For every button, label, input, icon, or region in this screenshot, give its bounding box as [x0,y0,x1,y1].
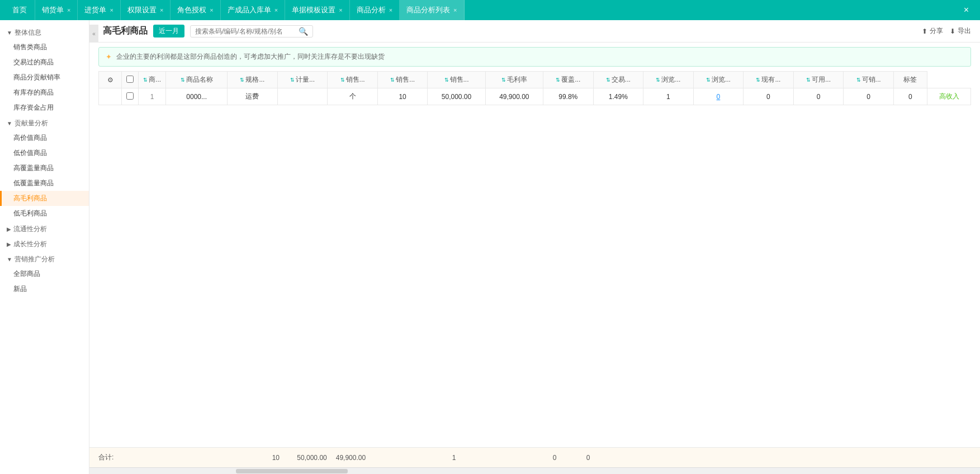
content-header: 高毛利商品 近一月 🔍 ⬆ 分享 ⬇ 导出 [89,20,980,43]
sidebar-item-low-coverage[interactable]: 低覆盖量商品 [0,176,89,191]
sidebar-item-traded-goods[interactable]: 交易过的商品 [0,55,89,70]
col-trade[interactable]: ⇅交易... [593,72,643,88]
nav-analysis-list[interactable]: 商品分析列表 × [400,0,464,20]
col-unit[interactable]: ⇅计量... [277,72,328,88]
row-browse1[interactable]: 0 [693,88,744,105]
search-icon[interactable]: 🔍 [299,27,308,36]
sidebar-group-growth[interactable]: ▶ 成长性分析 [0,236,89,251]
col-browse1[interactable]: ⇅浏览... [643,72,694,88]
col-sales-amt[interactable]: ⇅销售... [377,72,428,88]
col-settings[interactable]: ⚙ [99,72,122,88]
arrow-marketing: ▼ [7,256,12,262]
select-all-checkbox[interactable] [126,76,134,83]
close-analysis-list-tab[interactable]: × [453,7,457,13]
col-margin-rate[interactable]: ⇅毛利率 [485,72,543,88]
footer-cell-empty3 [192,454,225,462]
period-button[interactable]: 近一月 [153,25,184,37]
footer-sales-cost: 49,900.00 [332,454,370,462]
footer-cell-empty1 [125,454,158,462]
nav-analysis[interactable]: 商品分析 × [350,0,400,20]
col-code[interactable]: ⇅商... [139,72,166,88]
sidebar-item-low-value[interactable]: 低价值商品 [0,146,89,161]
footer-available: 0 [571,454,605,462]
col-available[interactable]: ⇅可用... [793,72,844,88]
footer-empty-coverage [404,454,437,462]
export-icon: ⬇ [950,27,955,35]
sidebar-group-overall[interactable]: ▼ 整体信息 [0,25,89,40]
nav-purchase[interactable]: 进货单 × [78,0,120,20]
row-margin-rate: 99.8% [543,88,594,105]
nav-home[interactable]: 首页 [4,0,35,20]
close-permission-tab[interactable]: × [160,7,163,13]
sidebar-item-high-coverage[interactable]: 高覆盖量商品 [0,161,89,176]
sidebar-group-growth-label: 成长性分析 [13,240,47,249]
share-icon: ⬆ [922,27,927,35]
search-input[interactable] [195,27,299,35]
sidebar-group-liquidity[interactable]: ▶ 流通性分析 [0,221,89,236]
top-navigation: 首页 销货单 × 进货单 × 权限设置 × 角色授权 × 产成品入库单 × 单据… [0,0,980,20]
sidebar-item-stock-goods[interactable]: 有库存的商品 [0,85,89,100]
col-current-stock[interactable]: ⇅现有... [744,72,794,88]
share-button[interactable]: ⬆ 分享 [922,26,943,36]
footer-bar: 合计: 10 50,000.00 49,900.00 1 0 0 [89,447,980,467]
close-purchase-tab[interactable]: × [110,7,113,13]
col-saleable[interactable]: ⇅可销... [844,72,894,88]
row-sales-amt: 50,000.00 [428,88,485,105]
close-product-tab[interactable]: × [274,7,278,13]
sidebar-group-liquidity-label: 流通性分析 [13,224,47,234]
sidebar-group-marketing[interactable]: ▼ 营销推广分析 [0,251,89,266]
sidebar-group-marketing-label: 营销推广分析 [15,255,55,264]
sort-code: ⇅ [143,77,148,83]
row-unit: 个 [328,88,378,105]
bottom-scrollbar[interactable] [89,467,980,474]
sidebar-item-contribution[interactable]: 商品分贡献销率 [0,70,89,85]
nav-role[interactable]: 角色授权 × [171,0,220,20]
col-spec[interactable]: ⇅规格... [228,72,278,88]
row-tag: 高收入 [927,88,971,105]
row-checkbox[interactable] [122,88,139,105]
close-sales-tab[interactable]: × [67,7,70,13]
table-header-row: ⚙ ⇅商... ⇅商品名称 ⇅规格... ⇅计量... ⇅销售... ⇅销售..… [99,72,971,88]
export-button[interactable]: ⬇ 导出 [950,26,971,36]
row-saleable: 0 [893,88,927,105]
sidebar-item-sales-goods[interactable]: 销售类商品 [0,40,89,55]
close-role-tab[interactable]: × [210,7,213,13]
col-sales-qty[interactable]: ⇅销售... [328,72,378,88]
table-body: 1 0000... 运费 个 10 50,000.00 49,900.00 99… [99,88,971,105]
sidebar-group-overall-label: 整体信息 [15,28,41,37]
nav-sales[interactable]: 销货单 × [35,0,78,20]
footer-empty-browse2 [504,454,538,462]
sidebar-item-all-goods[interactable]: 全部商品 [0,266,89,281]
close-template-tab[interactable]: × [339,7,342,13]
header-actions: ⬆ 分享 ⬇ 导出 [922,26,971,36]
sidebar-item-high-margin[interactable]: 高毛利商品 [0,191,89,206]
sidebar-group-contribution[interactable]: ▼ 贡献量分析 [0,115,89,130]
sidebar-toggle-button[interactable]: « [89,25,98,43]
col-sales-cost[interactable]: ⇅销售... [428,72,485,88]
page-title: 高毛利商品 [103,25,148,37]
row-sales-qty: 10 [377,88,428,105]
col-tag[interactable]: 标签 [893,72,927,88]
nav-product[interactable]: 产成品入库单 × [221,0,285,20]
nav-template[interactable]: 单据模板设置 × [285,0,349,20]
row-spec [277,88,328,105]
main-layout: ▼ 整体信息 销售类商品 交易过的商品 商品分贡献销率 有库存的商品 库存资金占… [0,20,980,474]
table-row: 1 0000... 运费 个 10 50,000.00 49,900.00 99… [99,88,971,105]
scroll-thumb[interactable] [236,469,348,473]
footer-empty-saleable [605,454,638,462]
sidebar-item-stock-capital[interactable]: 库存资金占用 [0,100,89,115]
close-analysis-tab[interactable]: × [389,7,392,13]
sidebar-item-high-value[interactable]: 高价值商品 [0,130,89,146]
col-checkbox[interactable] [122,72,139,88]
col-browse2[interactable]: ⇅浏览... [693,72,744,88]
sidebar-item-new-goods[interactable]: 新品 [0,281,89,297]
col-coverage[interactable]: ⇅覆盖... [543,72,594,88]
footer-cell-empty2 [158,454,192,462]
close-all-button[interactable]: × [957,5,976,15]
sidebar-item-low-margin[interactable]: 低毛利商品 [0,206,89,221]
table-wrapper: ⚙ ⇅商... ⇅商品名称 ⇅规格... ⇅计量... ⇅销售... ⇅销售..… [89,71,980,447]
nav-home-label: 首页 [12,5,27,15]
row-code: 0000... [166,88,228,105]
nav-permission[interactable]: 权限设置 × [121,0,171,20]
col-name[interactable]: ⇅商品名称 [166,72,228,88]
